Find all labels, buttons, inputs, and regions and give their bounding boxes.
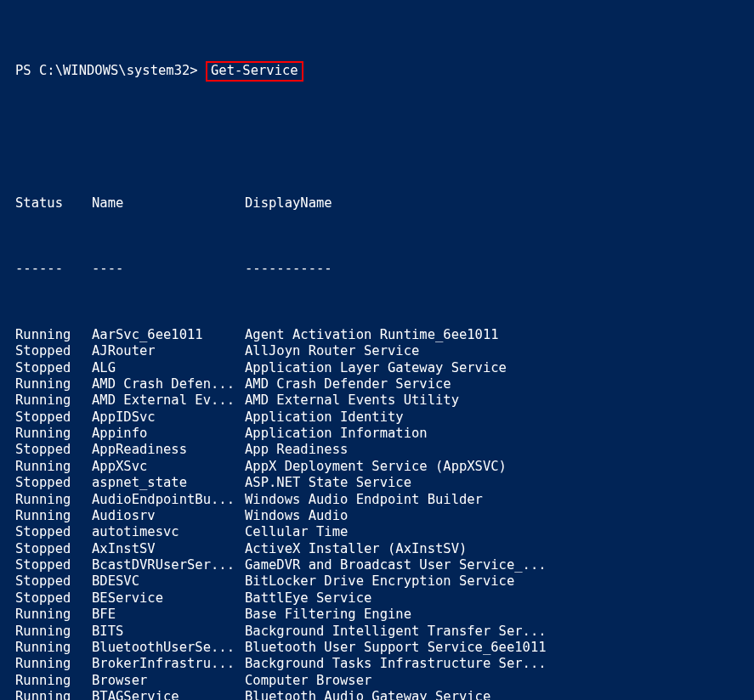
cell-status: Stopped <box>15 541 92 557</box>
cell-name: Audiosrv <box>92 508 245 524</box>
sep-display: ----------- <box>245 261 739 277</box>
table-row: RunningBluetoothUserSe...Bluetooth User … <box>15 640 739 656</box>
cell-status: Stopped <box>15 343 92 359</box>
cell-status: Stopped <box>15 557 92 573</box>
cell-name: AMD Crash Defen... <box>92 376 245 392</box>
cell-status: Running <box>15 607 92 623</box>
cell-name: AppReadiness <box>92 442 245 458</box>
table-row: StoppedAppReadinessApp Readiness <box>15 442 739 458</box>
table-row: RunningAMD Crash Defen...AMD Crash Defen… <box>15 376 739 392</box>
table-row: StoppedBcastDVRUserSer...GameDVR and Bro… <box>15 557 739 573</box>
table-row: StoppedAppIDSvcApplication Identity <box>15 409 739 426</box>
cell-name: BDESVC <box>92 573 245 590</box>
cell-name: BTAGService <box>92 689 245 700</box>
prompt-prefix: PS C:\WINDOWS\system32> <box>15 63 198 78</box>
cell-display: Bluetooth Audio Gateway Service <box>245 689 739 700</box>
cell-name: AMD External Ev... <box>92 392 245 409</box>
cell-status: Stopped <box>15 409 92 426</box>
cell-display: AMD Crash Defender Service <box>245 376 739 392</box>
cell-name: Browser <box>92 673 245 689</box>
cell-status: Stopped <box>15 442 92 458</box>
cell-status: Stopped <box>15 524 92 540</box>
cell-status: Stopped <box>15 360 92 376</box>
sep-name: ---- <box>92 261 245 277</box>
cell-name: BEService <box>92 590 245 607</box>
cell-display: App Readiness <box>245 442 739 458</box>
table-row: StoppedBEServiceBattlEye Service <box>15 590 739 607</box>
cell-display: AppX Deployment Service (AppXSVC) <box>245 459 739 475</box>
cell-status: Running <box>15 392 92 409</box>
cell-display: ActiveX Installer (AxInstSV) <box>245 541 739 557</box>
table-row: RunningBrowserComputer Browser <box>15 673 739 689</box>
table-row: StoppedautotimesvcCellular Time <box>15 524 739 540</box>
cell-display: BitLocker Drive Encryption Service <box>245 573 739 590</box>
table-row: RunningBFEBase Filtering Engine <box>15 607 739 623</box>
table-row: RunningBrokerInfrastru...Background Task… <box>15 656 739 672</box>
cell-name: BcastDVRUserSer... <box>92 557 245 573</box>
powershell-terminal[interactable]: PS C:\WINDOWS\system32> Get-Service Stat… <box>0 0 754 700</box>
cell-status: Running <box>15 459 92 475</box>
cell-display: Cellular Time <box>245 524 739 540</box>
table-row: StoppedAJRouterAllJoyn Router Service <box>15 343 739 359</box>
table-body: RunningAarSvc_6ee1011Agent Activation Ru… <box>15 327 739 700</box>
cell-display: GameDVR and Broadcast User Service_... <box>245 557 739 573</box>
cell-status: Running <box>15 508 92 524</box>
table-row: Stoppedaspnet_stateASP.NET State Service <box>15 475 739 491</box>
table-row: RunningAMD External Ev...AMD External Ev… <box>15 392 739 409</box>
cell-name: AudioEndpointBu... <box>92 492 245 508</box>
table-separator: ------ ---- ----------- <box>15 261 739 277</box>
cell-status: Running <box>15 492 92 508</box>
cell-name: AppXSvc <box>92 459 245 475</box>
table-row: RunningAudiosrvWindows Audio <box>15 508 739 524</box>
table-row: StoppedAxInstSVActiveX Installer (AxInst… <box>15 541 739 557</box>
cell-status: Running <box>15 327 92 343</box>
command-highlight: Get-Service <box>206 61 303 81</box>
table-row: RunningAppXSvcAppX Deployment Service (A… <box>15 459 739 475</box>
cell-display: Background Tasks Infrastructure Ser... <box>245 656 739 672</box>
cell-status: Stopped <box>15 573 92 590</box>
cell-name: Appinfo <box>92 426 245 442</box>
cell-name: AppIDSvc <box>92 409 245 426</box>
cell-name: AxInstSV <box>92 541 245 557</box>
cell-status: Stopped <box>15 590 92 607</box>
header-status: Status <box>15 195 92 212</box>
cell-name: AJRouter <box>92 343 245 359</box>
cell-display: Windows Audio Endpoint Builder <box>245 492 739 508</box>
cell-display: Bluetooth User Support Service_6ee1011 <box>245 640 739 656</box>
cell-display: Application Layer Gateway Service <box>245 360 739 376</box>
cell-display: Windows Audio <box>245 508 739 524</box>
cell-name: BITS <box>92 624 245 640</box>
cell-status: Running <box>15 624 92 640</box>
cell-display: Base Filtering Engine <box>245 607 739 623</box>
table-row: StoppedALGApplication Layer Gateway Serv… <box>15 360 739 376</box>
cell-display: Agent Activation Runtime_6ee1011 <box>245 327 739 343</box>
cell-display: Application Information <box>245 426 739 442</box>
table-header: Status Name DisplayName <box>15 195 739 212</box>
cell-status: Running <box>15 426 92 442</box>
cell-name: BluetoothUserSe... <box>92 640 245 656</box>
cell-status: Running <box>15 376 92 392</box>
table-row: RunningAppinfoApplication Information <box>15 426 739 442</box>
cell-display: BattlEye Service <box>245 590 739 607</box>
cell-display: AllJoyn Router Service <box>245 343 739 359</box>
cell-display: Background Intelligent Transfer Ser... <box>245 624 739 640</box>
cell-display: ASP.NET State Service <box>245 475 739 491</box>
cell-name: AarSvc_6ee1011 <box>92 327 245 343</box>
cell-status: Running <box>15 689 92 700</box>
cell-display: Computer Browser <box>245 673 739 689</box>
table-row: RunningAarSvc_6ee1011Agent Activation Ru… <box>15 327 739 343</box>
table-row: RunningBTAGServiceBluetooth Audio Gatewa… <box>15 689 739 700</box>
cell-status: Stopped <box>15 475 92 491</box>
header-name: Name <box>92 195 245 212</box>
cell-display: AMD External Events Utility <box>245 392 739 409</box>
header-display: DisplayName <box>245 195 739 212</box>
cell-name: aspnet_state <box>92 475 245 491</box>
blank-line <box>15 131 739 146</box>
table-row: StoppedBDESVCBitLocker Drive Encryption … <box>15 573 739 590</box>
table-row: RunningAudioEndpointBu...Windows Audio E… <box>15 492 739 508</box>
sep-status: ------ <box>15 261 92 277</box>
prompt-line: PS C:\WINDOWS\system32> Get-Service <box>15 61 739 81</box>
cell-name: BrokerInfrastru... <box>92 656 245 672</box>
cell-status: Running <box>15 640 92 656</box>
table-row: RunningBITSBackground Intelligent Transf… <box>15 624 739 640</box>
